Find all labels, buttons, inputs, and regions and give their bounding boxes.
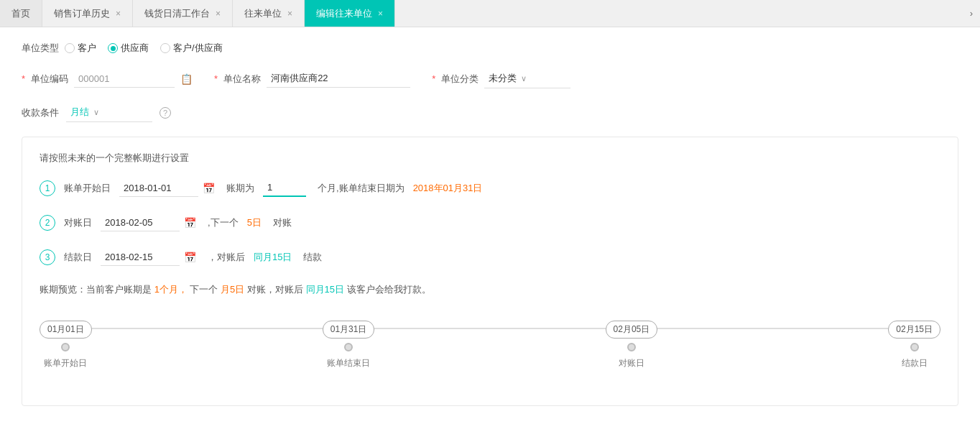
timeline-badge-3: 02月15日	[888, 321, 940, 339]
category-value: 未分类	[489, 72, 517, 85]
main-content: 单位类型 客户 供应商 客户/供应商 * 单位编码	[0, 27, 980, 437]
close-partner-icon[interactable]: ×	[287, 9, 292, 19]
help-icon[interactable]: ?	[160, 107, 171, 119]
preview-months: 1个月，	[154, 284, 188, 295]
radio-supplier-circle	[108, 43, 118, 53]
preview-payment-highlight: 同月15日	[306, 284, 344, 295]
radio-supplier-label: 供应商	[121, 42, 149, 55]
step-2-suffix-after: 对账	[273, 216, 292, 229]
step-3-label: 结款日	[64, 251, 92, 264]
tab-edit-partner[interactable]: 编辑往来单位 ×	[305, 0, 395, 27]
tab-sales-history-label: 销售订单历史	[54, 7, 110, 20]
card-instruction: 请按照未来的一个完整帐期进行设置	[40, 152, 940, 165]
step-2-num: 2	[40, 215, 55, 231]
code-required-star: *	[22, 73, 25, 84]
step-1-label: 账单开始日	[64, 182, 111, 195]
name-group: * 单位名称	[214, 70, 410, 88]
preview-reconcile-highlight: 月5日	[221, 284, 244, 295]
payment-chevron-icon: ∨	[93, 108, 99, 117]
timeline-node-2: 02月05日 对账日	[606, 321, 658, 369]
step-1-suffix-before: 账期为	[226, 182, 254, 195]
step-3-row: 3 结款日 📅 ，对账后 同月15日 结款	[40, 249, 940, 266]
timeline-node-0: 01月01日 账单开始日	[40, 321, 92, 369]
radio-group: 客户 供应商 客户/供应商	[65, 42, 223, 55]
code-name-category-row: * 单位编码 📋 * 单位名称 * 单位分类 未分类 ∨	[22, 69, 958, 88]
step-2-date-input[interactable]	[101, 214, 180, 231]
unit-type-label: 单位类型	[22, 42, 59, 55]
tab-partner-label: 往来单位	[244, 7, 282, 20]
timeline-sub-2: 对账日	[619, 357, 644, 369]
step-2-date-group: 📅	[101, 214, 196, 231]
code-label: 单位编码	[31, 73, 68, 86]
timeline-dot-1	[344, 343, 353, 351]
payment-select[interactable]: 月结 ∨	[66, 103, 152, 122]
timeline-sub-1: 账单结束日	[327, 357, 370, 369]
timeline-badge-0: 01月01日	[40, 321, 92, 339]
close-sales-history-icon[interactable]: ×	[116, 9, 121, 19]
step-2-row: 2 对账日 📅 ,下一个 5日 对账	[40, 214, 940, 231]
category-select[interactable]: 未分类 ∨	[484, 69, 570, 88]
unit-type-group: 单位类型 客户 供应商 客户/供应商	[22, 42, 223, 55]
step-2-calendar-icon[interactable]: 📅	[184, 217, 196, 229]
name-input[interactable]	[267, 70, 410, 88]
tab-edit-partner-label: 编辑往来单位	[316, 7, 372, 20]
preview-prefix: 账期预览：当前客户账期是	[40, 284, 152, 295]
preview-suffix: 该客户会给我打款。	[347, 284, 431, 295]
months-input[interactable]	[263, 179, 306, 197]
radio-supplier[interactable]: 供应商	[108, 42, 149, 55]
radio-customer[interactable]: 客户	[65, 42, 96, 55]
step-1-end-date: 2018年01月31日	[413, 182, 483, 195]
timeline-badge-1: 01月31日	[323, 321, 375, 339]
radio-customer-label: 客户	[78, 42, 96, 55]
step-3-suffix-before: ，对账后	[208, 251, 245, 264]
radio-both[interactable]: 客户/供应商	[160, 42, 223, 55]
step-1-date-group: 📅	[119, 180, 215, 197]
step-1-num: 1	[40, 180, 55, 196]
close-cashflow-icon[interactable]: ×	[216, 9, 221, 19]
step-3-suffix-after: 结款	[303, 251, 322, 264]
code-input[interactable]	[74, 70, 175, 88]
close-edit-partner-icon[interactable]: ×	[378, 9, 383, 19]
code-calendar-icon[interactable]: 📋	[180, 73, 193, 85]
step-2-label: 对账日	[64, 216, 92, 229]
step-3-date-group: 📅	[101, 249, 196, 266]
radio-customer-circle	[65, 43, 75, 53]
step-2-suffix-before: ,下一个	[208, 216, 239, 229]
timeline-node-1: 01月31日 账单结束日	[323, 321, 375, 369]
tab-cashflow[interactable]: 钱货日清工作台 ×	[133, 0, 233, 27]
code-group: * 单位编码 📋	[22, 70, 193, 88]
step-1-row: 1 账单开始日 📅 账期为 个月,账单结束日期为 2018年01月31日	[40, 179, 940, 197]
step-1-date-input[interactable]	[119, 180, 198, 197]
step-1-calendar-icon[interactable]: 📅	[203, 183, 215, 194]
category-group: * 单位分类 未分类 ∨	[432, 69, 570, 88]
tab-cashflow-label: 钱货日清工作台	[144, 7, 210, 20]
preview-reconcile-suffix: 对账，对账后	[247, 284, 303, 295]
tab-more-button[interactable]: ›	[963, 0, 980, 27]
timeline-wrapper: 01月01日 账单开始日 01月31日 账单结束日 02月05日 对账日 02月…	[40, 313, 940, 391]
payment-label: 收款条件	[22, 106, 59, 119]
radio-both-label: 客户/供应商	[173, 42, 223, 55]
step-2-day-highlight: 5日	[247, 216, 262, 229]
timeline-sub-0: 账单开始日	[44, 357, 87, 369]
tab-home[interactable]: 首页	[0, 0, 42, 27]
category-label: 单位分类	[441, 73, 479, 86]
tab-sales-history[interactable]: 销售订单历史 ×	[42, 0, 133, 27]
tab-bar: 首页 销售订单历史 × 钱货日清工作台 × 往来单位 × 编辑往来单位 × ›	[0, 0, 980, 27]
payment-value: 月结	[70, 106, 89, 119]
timeline-nodes: 01月01日 账单开始日 01月31日 账单结束日 02月05日 对账日 02月…	[40, 321, 940, 369]
step-3-num: 3	[40, 249, 55, 265]
tab-partner[interactable]: 往来单位 ×	[233, 0, 305, 27]
card-section: 请按照未来的一个完整帐期进行设置 1 账单开始日 📅 账期为 个月,账单结束日期…	[22, 137, 958, 406]
name-label: 单位名称	[223, 73, 261, 86]
step-3-calendar-icon[interactable]: 📅	[184, 252, 196, 263]
category-chevron-icon: ∨	[521, 74, 527, 83]
step-3-day-highlight: 同月15日	[254, 251, 292, 264]
unit-type-row: 单位类型 客户 供应商 客户/供应商	[22, 42, 958, 55]
timeline-dot-2	[627, 343, 636, 351]
radio-both-circle	[160, 43, 170, 53]
preview-text: 账期预览：当前客户账期是 1个月， 下一个 月5日 对账，对账后 同月15日 该…	[40, 283, 940, 296]
help-text: ?	[163, 109, 167, 117]
timeline-dot-0	[61, 343, 70, 351]
preview-reconcile-prefix: 下一个	[190, 284, 218, 295]
step-3-date-input[interactable]	[101, 249, 180, 266]
